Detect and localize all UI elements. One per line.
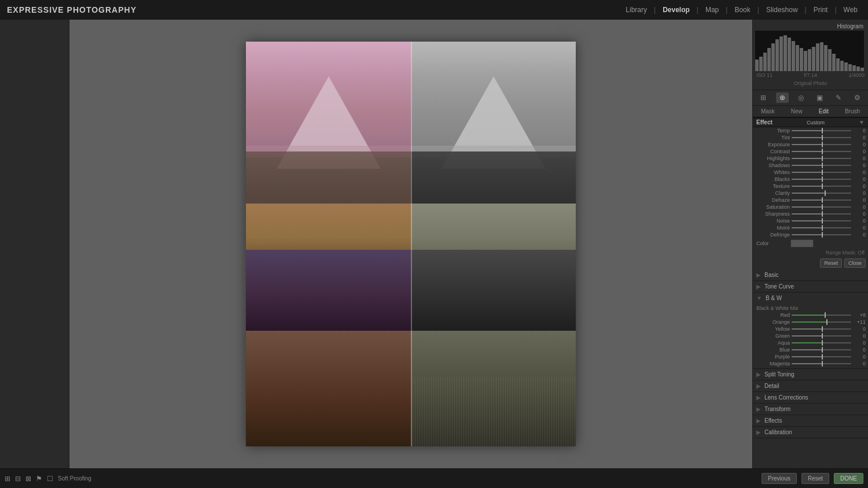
defringe-slider[interactable] [792,234,851,235]
effects-label: Effects [764,417,782,424]
view-icon[interactable]: ⊞ [5,475,10,483]
bw-yellow-value: 0 [853,326,866,332]
sharpness-slider[interactable] [792,213,851,215]
transform-section: ▶ Transform [753,404,868,415]
transform-header[interactable]: ▶ Transform [753,404,868,415]
histogram-section: Histogram [753,20,868,90]
bw-green-row: Green 0 [753,332,868,339]
svg-rect-17 [824,45,827,71]
split-toning-header[interactable]: ▶ Split Toning [753,369,868,380]
original-photo-label: Original Photo [755,79,866,87]
dehaze-slider[interactable] [792,199,851,201]
tab-brush[interactable]: Brush [843,107,862,116]
calibration-header[interactable]: ▶ Calibration [753,427,868,438]
contrast-slider[interactable] [792,151,851,152]
nav-develop[interactable]: Develop [659,5,693,15]
tone-curve-header[interactable]: ▶ Tone Curve [753,281,868,292]
saturation-slider[interactable] [792,206,851,208]
effect-section-header[interactable]: Effect Custom ▼ [753,117,868,127]
nav-map[interactable]: Map [702,5,722,15]
nav-slideshow[interactable]: Slideshow [763,5,801,15]
panel-tabs: Mask New Edit Brush [753,106,868,117]
bw-magenta-slider[interactable] [792,363,851,364]
nav-web[interactable]: Web [840,5,861,15]
exposure-label: Exposure [755,142,790,147]
bw-aqua-row: Aqua 0 [753,339,868,346]
effects-header[interactable]: ▶ Effects [753,415,868,426]
bw-red-value: +8 [853,312,866,318]
bw-orange-slider[interactable] [792,321,851,323]
bw-aqua-slider[interactable] [792,342,851,343]
detail-arrow: ▶ [756,383,761,389]
noise-slider[interactable] [792,220,851,221]
flag-icon[interactable]: ⚑ [36,475,42,483]
highlights-slider[interactable] [792,158,851,159]
texture-slider[interactable] [792,186,851,187]
nav-book[interactable]: Book [731,5,753,15]
lens-corrections-header[interactable]: ▶ Lens Corrections [753,392,868,403]
reset-local-button[interactable]: Reset [820,258,842,268]
water-bw [411,250,576,342]
whites-slider[interactable] [792,172,851,173]
zoom-icon[interactable]: ⊠ [25,475,31,483]
blacks-slider[interactable] [792,179,851,180]
split-toning-label: Split Toning [764,371,795,378]
reset-button[interactable]: Reset [801,473,829,484]
tab-mask[interactable]: Mask [759,107,777,116]
tab-new[interactable]: New [789,107,805,116]
bw-magenta-row: Magenta 0 [753,360,868,367]
highlights-value: 0 [853,156,866,161]
tab-edit[interactable]: Edit [816,107,831,116]
color-label: Color [756,241,788,246]
svg-rect-16 [820,42,823,71]
bw-header[interactable]: ▼ B & W [753,293,868,304]
svg-rect-22 [844,62,848,71]
bw-orange-row: Orange +11 [753,319,868,326]
slider-whites-row: Whites 0 [753,169,868,176]
effects-arrow: ▶ [756,417,761,424]
grass-colored [246,331,411,446]
calibration-arrow: ▶ [756,429,761,435]
bw-yellow-slider[interactable] [792,328,851,330]
effect-label: Effect [756,119,773,125]
basic-header[interactable]: ▶ Basic [753,269,868,280]
previous-button[interactable]: Previous [762,473,797,484]
svg-rect-6 [779,36,783,71]
tint-slider[interactable] [792,137,851,138]
svg-rect-3 [767,48,771,71]
crop-tool-icon[interactable]: ⊞ [757,93,770,103]
slider-clarity-row: Clarity 0 [753,190,868,197]
app-logo: EXPRESSIVE PHOTOGRAPHY [7,5,137,14]
nav-library[interactable]: Library [622,5,650,15]
slider-highlights-row: Highlights 0 [753,155,868,162]
red-eye-tool-icon[interactable]: ◎ [795,93,807,103]
bw-purple-slider[interactable] [792,356,851,357]
tint-value: 0 [853,135,866,141]
gradient-tool-icon[interactable]: ▣ [814,93,826,103]
effect-dropdown[interactable]: Custom [807,120,825,125]
temp-slider[interactable] [792,130,851,131]
bw-green-slider[interactable] [792,335,851,337]
bw-blue-slider[interactable] [792,349,851,350]
svg-rect-10 [796,45,799,71]
color-swatch[interactable] [790,239,814,247]
soft-proof-checkbox[interactable]: ☐ [47,475,53,483]
range-mask-label: Range Mask: Off [826,250,865,256]
brush-tool-icon[interactable]: ✎ [832,93,845,103]
bw-red-slider[interactable] [792,315,851,316]
detail-header[interactable]: ▶ Detail [753,380,868,391]
nav-print[interactable]: Print [810,5,832,15]
shadows-value: 0 [853,162,866,168]
svg-rect-21 [840,61,844,71]
grid-icon[interactable]: ⊟ [15,475,21,483]
close-local-button[interactable]: Close [844,258,866,268]
lens-corrections-section: ▶ Lens Corrections [753,392,868,404]
slider-texture-row: Texture 0 [753,183,868,190]
moire-slider[interactable] [792,227,851,228]
heal-tool-icon[interactable]: ⊕ [776,93,789,103]
exposure-slider[interactable] [792,144,851,145]
clarity-slider[interactable] [792,193,851,194]
done-button[interactable]: DONE [834,473,863,484]
shadows-slider[interactable] [792,165,851,166]
settings-icon[interactable]: ⚙ [851,93,864,103]
